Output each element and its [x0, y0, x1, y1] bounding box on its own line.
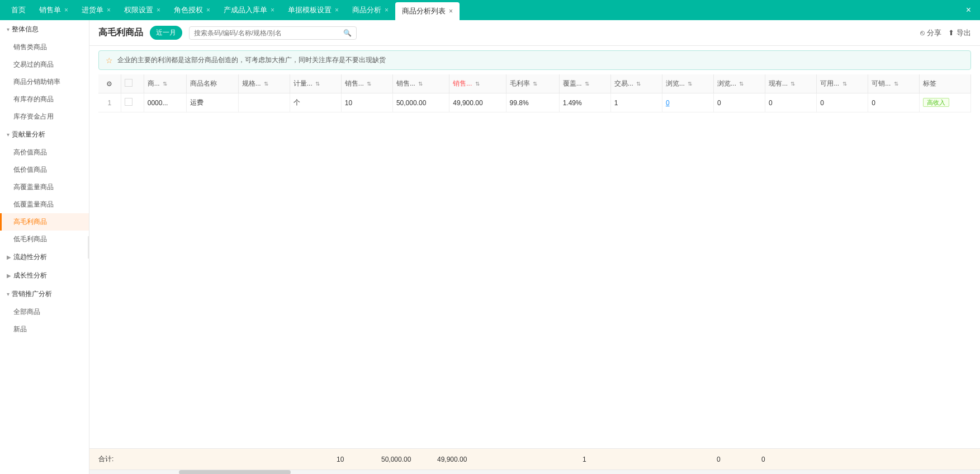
nav-home[interactable]: 首页 [4, 0, 32, 20]
sidebar-item-stocked-goods[interactable]: 有库存的商品 [0, 91, 89, 108]
th-trade[interactable]: 交易... ⇅ [610, 74, 662, 93]
nav-role-close[interactable]: × [206, 6, 210, 14]
sidebar-item-high-coverage[interactable]: 高覆盖量商品 [0, 179, 89, 196]
sidebar-group-growth[interactable]: ▶ 成长性分析 [0, 266, 89, 285]
browse1-link[interactable]: 0 [666, 99, 670, 107]
sidebar-item-low-value[interactable]: 低价值商品 [0, 161, 89, 179]
sidebar-item-high-margin[interactable]: 高毛利商品 [0, 213, 89, 231]
sidebar-group-contribution[interactable]: ▾ 贡献量分析 [0, 125, 89, 144]
total-cell-placeholder1 [188, 456, 300, 463]
sidebar: « ▾ 整体信息 销售类商品 交易过的商品 商品分销助销率 有库存的商品 库存资… [0, 20, 89, 474]
nav-sales[interactable]: 销售单 × [32, 0, 75, 20]
sidebar-item-traded-goods[interactable]: 交易过的商品 [0, 56, 89, 73]
total-placeholder5 [624, 456, 669, 463]
nav-product-analysis[interactable]: 商品分析 × [345, 0, 395, 20]
th-gross-rate[interactable]: 毛利率 ⇅ [506, 74, 559, 93]
total-stock2: 0 [758, 456, 803, 463]
sidebar-item-new-goods[interactable]: 新品 [0, 321, 89, 338]
nav-product-analysis-list[interactable]: 商品分析列表 × [395, 2, 460, 20]
cell-sales3: 49,900.00 [449, 93, 506, 112]
table-row: 1 0000... 运费 个 10 50,000.00 49,900.00 99… [98, 93, 971, 112]
footer-total: 合计: 10 50,000.00 49,900.00 1 0 0 [89, 448, 980, 470]
th-browse2[interactable]: 浏览... ⇅ [713, 74, 765, 93]
nav-sales-close[interactable]: × [64, 6, 68, 14]
app-container: 首页 销售单 × 进货单 × 权限设置 × 角色授权 × 产成品入库单 × 单据… [0, 0, 980, 474]
nav-role[interactable]: 角色授权 × [167, 0, 217, 20]
nav-analysis-list-close[interactable]: × [449, 7, 453, 15]
top-nav-bar: 首页 销售单 × 进货单 × 权限设置 × 角色授权 × 产成品入库单 × 单据… [0, 0, 980, 20]
bottom-scrollbar[interactable] [89, 470, 980, 474]
th-spec[interactable]: 规格... ⇅ [238, 74, 290, 93]
page-title: 高毛利商品 [98, 27, 143, 39]
marketing-arrow-icon: ▾ [7, 291, 10, 297]
th-sales3[interactable]: 销售... ⇅ [449, 74, 506, 93]
th-checkbox[interactable] [121, 74, 144, 93]
search-input[interactable] [194, 29, 343, 37]
th-code[interactable]: 商... ⇅ [144, 74, 186, 93]
nav-purchase-close[interactable]: × [107, 6, 111, 14]
info-icon: ☆ [106, 56, 113, 65]
cell-sales2: 50,000.00 [392, 93, 449, 112]
cell-tag: 高收入 [920, 93, 971, 112]
sidebar-item-stock-capital[interactable]: 库存资金占用 [0, 108, 89, 125]
th-name[interactable]: 商品名称 [186, 74, 238, 93]
sidebar-item-distribution-rate[interactable]: 商品分销助销率 [0, 73, 89, 91]
sidebar-group-marketing[interactable]: ▾ 营销推广分析 [0, 285, 89, 303]
cell-gross-rate: 99.8% [506, 93, 559, 112]
main-layout: « ▾ 整体信息 销售类商品 交易过的商品 商品分销助销率 有库存的商品 库存资… [0, 20, 980, 474]
cell-checkbox[interactable] [121, 93, 144, 112]
cell-trade: 1 [610, 93, 662, 112]
cell-index: 1 [98, 93, 121, 112]
nav-template-close[interactable]: × [335, 6, 339, 14]
cell-code: 0000... [144, 93, 186, 112]
export-icon: ⬆ [948, 29, 954, 37]
nav-permission-close[interactable]: × [157, 6, 160, 14]
content-header: 高毛利商品 近一月 🔍 ⎋ 分享 ⬆ 导出 [89, 20, 980, 46]
sidebar-group-trend[interactable]: ▶ 流趋性分析 [0, 248, 89, 266]
nav-product-inbound[interactable]: 产成品入库单 × [217, 0, 281, 20]
th-sales1[interactable]: 销售... ⇅ [341, 74, 392, 93]
search-icon[interactable]: 🔍 [343, 29, 352, 37]
share-button[interactable]: ⎋ 分享 [920, 28, 941, 38]
sidebar-item-sales-goods[interactable]: 销售类商品 [0, 39, 89, 56]
th-coverage[interactable]: 覆盖... ⇅ [559, 74, 610, 93]
close-all-tabs[interactable]: × [962, 5, 976, 15]
cell-browse1[interactable]: 0 [662, 93, 713, 112]
cell-spec [238, 93, 290, 112]
cell-name: 运费 [186, 93, 238, 112]
nav-permission[interactable]: 权限设置 × [117, 0, 167, 20]
header-actions: ⎋ 分享 ⬆ 导出 [920, 28, 971, 38]
sidebar-collapse-button[interactable]: « [88, 236, 89, 259]
th-tag[interactable]: 标签 [920, 74, 971, 93]
th-unit[interactable]: 计量... ⇅ [290, 74, 341, 93]
total-label: 合计: [98, 454, 188, 464]
nav-product-inbound-close[interactable]: × [271, 6, 274, 14]
th-browse1[interactable]: 浏览... ⇅ [662, 74, 713, 93]
share-icon: ⎋ [920, 29, 925, 37]
export-button[interactable]: ⬆ 导出 [948, 28, 971, 38]
th-stock2[interactable]: 可用... ⇅ [817, 74, 868, 93]
sidebar-group-overview[interactable]: ▾ 整体信息 [0, 20, 89, 39]
sidebar-item-low-coverage[interactable]: 低覆盖量商品 [0, 196, 89, 213]
sidebar-item-all-goods[interactable]: 全部商品 [0, 303, 89, 321]
cell-sales1: 10 [341, 93, 392, 112]
cell-stock3: 0 [868, 93, 920, 112]
sidebar-item-high-value[interactable]: 高价值商品 [0, 144, 89, 161]
cell-coverage: 1.49% [559, 93, 610, 112]
scrollbar-thumb[interactable] [179, 470, 291, 474]
filter-recent-month[interactable]: 近一月 [150, 26, 182, 40]
total-sales1: 10 [333, 456, 378, 463]
nav-purchase[interactable]: 进货单 × [75, 0, 117, 20]
th-settings[interactable]: ⚙ [98, 74, 121, 93]
trend-arrow-icon: ▶ [7, 254, 11, 260]
table-header-row: ⚙ 商... ⇅ 商品名称 规格... ⇅ 计量... ⇅ 销售... ⇅ 销售… [98, 74, 971, 93]
sidebar-item-low-margin[interactable]: 低毛利商品 [0, 231, 89, 248]
th-stock3[interactable]: 可销... ⇅ [868, 74, 920, 93]
th-sales2[interactable]: 销售... ⇅ [392, 74, 449, 93]
cell-stock1: 0 [765, 93, 817, 112]
total-cell-placeholder2 [300, 456, 333, 463]
th-stock1[interactable]: 现有... ⇅ [765, 74, 817, 93]
nav-template-settings[interactable]: 单据模板设置 × [281, 0, 345, 20]
nav-analysis-close[interactable]: × [385, 6, 389, 14]
data-table: ⚙ 商... ⇅ 商品名称 规格... ⇅ 计量... ⇅ 销售... ⇅ 销售… [98, 74, 971, 112]
